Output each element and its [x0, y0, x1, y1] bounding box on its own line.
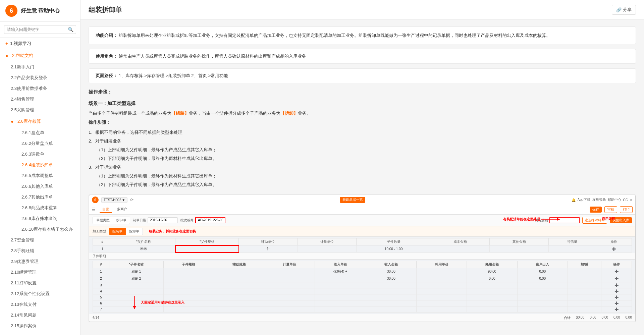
lcol-unit: 计量单位	[264, 261, 315, 268]
mock-link-helpcenter: 帮助中心	[608, 198, 621, 202]
mock-nav: ☰ 自营 多商户 保存 审核 打印	[89, 205, 635, 215]
lcell-unit-2	[264, 275, 315, 282]
sidebar-item-mobile[interactable]: 2.8手机旺铺	[11, 245, 80, 256]
sidebar-item-inventory-265[interactable]: 2.6.5成本调整单	[21, 170, 80, 181]
sidebar-item-customization[interactable]: 2.12系统个性化设置	[11, 288, 80, 299]
mock-footer-total-4: 0.00	[613, 316, 620, 320]
func-intro-box: 功能介绍： 组装拆卸单用来处理企业组装或拆卸等加工业务，支持有固定装配清单的产品…	[89, 26, 636, 44]
sidebar-item-inventory-262[interactable]: 2.6.2分量盘点单	[21, 138, 80, 149]
sidebar-item-inventory-263[interactable]: 2.6.3调拨单	[21, 149, 80, 160]
mock-tab-self[interactable]: 自营	[100, 206, 112, 213]
mock-toggle-disassemble[interactable]: 拆卸单	[126, 228, 143, 235]
col-cost: 成本金额	[431, 238, 490, 245]
sidebar: 6 好生意 帮助中心 🔍 + 1.视频学习 ● 2.帮助文档 2.1新手入门 2…	[0, 0, 80, 335]
mock-save-btn[interactable]: 保存	[590, 207, 602, 213]
sidebar-item-sales[interactable]: 2.4销售管理	[11, 94, 80, 105]
share-label: 分享	[623, 7, 632, 13]
mock-upper-table-area: # *父件名称 *父件规格 辅助单位 计量单位 子件数量 成本金额 其他金额 可…	[89, 237, 635, 253]
func-intro-text: 组装拆卸单用来处理企业组装或拆卸等加工业务，支持有固定装配清单的产品加工业务，也…	[119, 33, 550, 38]
sidebar-item-faq[interactable]: 2.14常见问题	[11, 310, 80, 321]
mock-toggle-assemble[interactable]: 组装单	[109, 228, 126, 235]
mock-annotation-bottom: 无固定适用可借绑在这里录入	[129, 296, 184, 309]
cell-avail-1	[549, 245, 596, 253]
sidebar-item-inventory-261[interactable]: 2.6.1盘点单	[21, 127, 80, 138]
mock-bell-icon: 🔔	[572, 198, 576, 202]
search-icon: 🔍	[68, 27, 73, 32]
mock-lower-title: 子件明细	[93, 254, 106, 259]
cell-op-1: ➕	[596, 245, 632, 253]
search-wrap: 🔍	[4, 25, 76, 34]
cell-aux-unit-1: 件	[239, 245, 298, 253]
sidebar-item-video[interactable]: + 1.视频学习	[0, 38, 80, 50]
col-child-qty: 子件数量	[357, 238, 431, 245]
sidebar-item-inventory[interactable]: ● 2.6库存核算	[11, 115, 80, 127]
lcell-outprice-2	[416, 275, 467, 282]
search-input[interactable]	[4, 25, 76, 34]
mock-date-input[interactable]	[148, 217, 178, 223]
sidebar-label-docs: 2.帮助文档	[12, 53, 75, 59]
app-title: 好生意 帮助中心	[21, 7, 60, 14]
search-box: 🔍	[0, 22, 80, 38]
sidebar-item-inventory-269[interactable]: 2.6.9库存账本查询	[21, 213, 80, 224]
sidebar-item-coupon[interactable]: 2.9优惠券管理	[11, 256, 80, 267]
mock-topbar: 6 TEST-H002 ▼ ⟳ 新建单据一览 🔔 App下载 在线帮助	[89, 195, 635, 205]
mock-number-input[interactable]	[195, 217, 225, 223]
mock-print-btn[interactable]: 打印	[620, 206, 633, 213]
sidebar-item-finance[interactable]: 2.7资金管理	[11, 235, 80, 245]
sidebar-item-install[interactable]: 2.2产品安装及登录	[11, 72, 80, 83]
col-op: 操作	[596, 238, 632, 245]
sidebar-item-beginner[interactable]: 2.1新手入门	[11, 62, 80, 72]
mock-footer-label: 合计	[564, 316, 571, 320]
lcol-in-price: 收入单价	[315, 261, 366, 268]
scenario1-desc: 当由多个子件材料组装成一个成品的业务为【组装】业务，当由一个父件拆分成多个子产品…	[89, 109, 636, 117]
mock-new-btn[interactable]: 新建单据一览	[340, 197, 365, 203]
sidebar-item-data-prep[interactable]: 2.3使用前数据准备	[11, 83, 80, 94]
sidebar-item-payment[interactable]: 2.13在线支付	[11, 299, 80, 310]
lcell-outamt-1: 90.00	[467, 268, 517, 275]
mock-annotation-jiyong: 启用处理	[602, 217, 615, 221]
lcell-name-2: 刷刷 2	[109, 275, 163, 282]
annotation-arrow-top	[541, 217, 561, 222]
sidebar-item-inventory-264[interactable]: 2.6.4组装拆卸单	[21, 160, 80, 170]
lcell-op-1: ➕	[601, 268, 632, 275]
lcol-addsub: 加/减	[568, 261, 601, 268]
mock-topbar-center: 新建单据一览	[340, 197, 365, 203]
mock-type-option-2[interactable]: 拆卸单	[113, 217, 130, 224]
sidebar-item-inventory-268[interactable]: 2.6.8商品成本重算	[21, 203, 80, 213]
mock-upper-table-header: # *父件名称 *父件规格 辅助单位 计量单位 子件数量 成本金额 其他金额 可…	[93, 238, 632, 245]
mock-submit-btn[interactable]: 审核	[604, 206, 617, 213]
sidebar-item-docs[interactable]: ● 2.帮助文档	[0, 50, 80, 62]
lcell-account-1: 0.00	[517, 268, 568, 275]
mock-date-row: 制单日期	[133, 217, 178, 223]
mock-annotation-top: 有装配清单的在这里处理	[503, 217, 561, 222]
sidebar-item-cases[interactable]: 2.15操作案例	[11, 321, 80, 331]
role-label: 使用角色：	[96, 54, 117, 59]
cell-parent-name-1: 米米	[112, 245, 175, 253]
mock-dropdown-arrow: ▼	[122, 198, 125, 202]
mock-type-toggle-row: 加工类型 组装单 拆卸单 组装业务、拆卸业务在这里切换	[89, 226, 635, 237]
lcol-seq: #	[93, 261, 109, 268]
mock-topbar-right: 🔔 App下载 在线帮助 帮助中心 CC ✕	[572, 198, 633, 202]
lcol-out-amt: 耗用金额	[467, 261, 517, 268]
sidebar-item-purchase[interactable]: 2.5采购管理	[11, 105, 80, 115]
sidebar-item-print[interactable]: 2.11打印设置	[11, 278, 80, 288]
sidebar-item-inventory-2610[interactable]: 2.6.10库存账本错了怎么办	[21, 224, 80, 235]
mock-tab-multi[interactable]: 多商户	[114, 206, 130, 213]
lcell-aux-1	[214, 268, 264, 275]
lcell-addsub-2	[568, 275, 601, 282]
steps-list: 1、根据不同的业务，选择不同单据的类型来处理 2、对于组装业务 （1）上部明细为…	[89, 128, 636, 189]
sidebar-item-inventory-267[interactable]: 2.6.7其他出库单	[21, 192, 80, 203]
lcell-inprice-1: 优先(4) +	[315, 268, 366, 275]
mock-close-icon: ✕	[630, 198, 633, 202]
col-parent-name: *父件名称	[112, 238, 175, 245]
mock-form-section: 单据类型 拆卸单 制单日期 批次编号	[89, 215, 635, 226]
share-button[interactable]: 🔗 分享	[612, 5, 636, 15]
annotation-text-bottom: 无固定适用可借绑在这里录入	[141, 300, 184, 305]
mock-type-option-1[interactable]: 单据类型	[93, 217, 113, 224]
sidebar-item-management[interactable]: 2.10经营管理	[11, 267, 80, 278]
mock-logo: 6	[92, 197, 99, 203]
app-logo-icon: 6	[5, 5, 17, 17]
lcol-in-amt: 收入金额	[366, 261, 416, 268]
collapse-icon-docs: ●	[5, 53, 10, 58]
sidebar-item-inventory-266[interactable]: 2.6.6其他入库单	[21, 181, 80, 192]
